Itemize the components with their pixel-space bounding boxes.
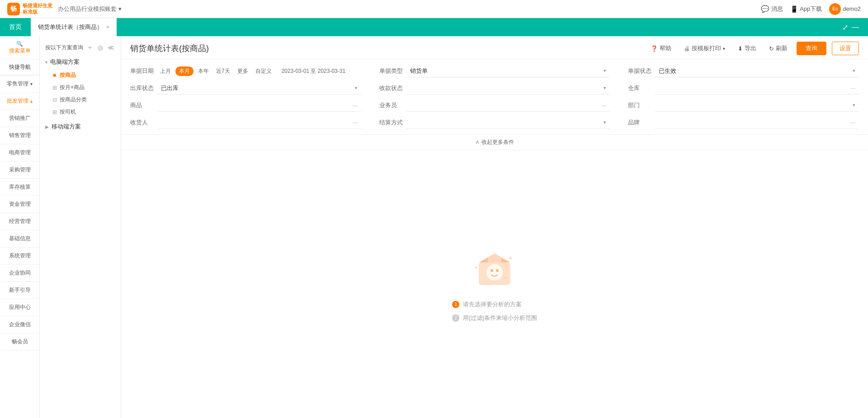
recipient-dots[interactable]: ··· (353, 119, 358, 126)
sidebar-item-appcenter[interactable]: 应用中心 (0, 299, 39, 316)
help-icon: ❓ (651, 45, 658, 52)
settings-button[interactable]: 设置 (832, 42, 859, 55)
tree-item-by-month-goods[interactable]: ⊞ 按月+商品 (40, 81, 121, 94)
user-menu[interactable]: Ea demo2 (829, 3, 861, 15)
sidebar-item-finance[interactable]: 资金管理 (0, 196, 39, 213)
refresh-button[interactable]: ↻ 刷新 (765, 43, 791, 54)
message-button[interactable]: 💬 消息 (761, 5, 783, 13)
salesman-dots[interactable]: ··· (602, 102, 607, 109)
goods-label: 商品 (130, 101, 157, 109)
doctype-label: 单据类型 (379, 67, 406, 75)
tree-item-by-goods[interactable]: ● 按商品 (40, 69, 121, 81)
filter-item-warehouse: 仓库 ··· (619, 82, 859, 95)
date-tab-lastmonth[interactable]: 上月 (157, 66, 174, 76)
sidebar-item-inventory[interactable]: 库存核算 (0, 179, 39, 196)
search-icon: 🔍 (16, 41, 23, 47)
left-panel-header: 按以下方案查询 ＋ ◎ ≪ (40, 40, 121, 55)
brand-control[interactable]: ··· (655, 116, 859, 129)
sidebar-search[interactable]: 🔍 搜索菜单 (0, 36, 39, 60)
query-button[interactable]: 查询 (797, 42, 826, 55)
date-tab-thisyear[interactable]: 本年 (195, 66, 212, 76)
collapse-panel-button[interactable]: ≪ (107, 43, 115, 52)
sidebar-item-ecommerce[interactable]: 电商管理 (0, 144, 39, 162)
filter-row-4: 收货人 ··· 结算方式 ▾ 品牌 (130, 116, 859, 129)
tab-home[interactable]: 首页 (0, 18, 31, 36)
chevron-down-icon: ▾ (45, 60, 47, 65)
help-button[interactable]: ❓ 帮助 (647, 43, 675, 54)
page-main: 销货单统计表(按商品) ❓ 帮助 🖨 按模板打印 ▾ ⬇ 导出 (121, 36, 868, 418)
paymentmethod-control[interactable]: ▾ (406, 116, 610, 129)
sidebar-item-sales[interactable]: 销售管理 (0, 127, 39, 144)
filter-row-3: 商品 ··· 业务员 ··· 部门 (130, 99, 859, 112)
goods-control[interactable]: ··· (157, 99, 361, 112)
collapse-bar[interactable]: ∧ 收起更多条件 (121, 135, 868, 150)
sidebar-item-member[interactable]: 畅会员 (0, 333, 39, 351)
empty-text: 1 请先选择要分析的方案 2 用[过滤]条件来缩小分析范围 (452, 299, 537, 324)
svg-marker-2 (479, 258, 488, 262)
tree-item-by-goods-category[interactable]: ⊟ 按商品分类 (40, 94, 121, 106)
tree-group-mobile[interactable]: ▶ 移动端方案 (40, 120, 121, 133)
sidebar-item-marketing[interactable]: 营销推广 (0, 110, 39, 127)
docstatus-arrow-icon: ▾ (853, 68, 855, 74)
recipient-control[interactable]: ··· (157, 116, 361, 129)
sidebar-quicknav[interactable]: 快捷导航 (0, 60, 39, 75)
date-tab-more[interactable]: 更多 (235, 66, 251, 76)
logo-area: 畅 畅捷通好生意 标准版 (7, 3, 52, 15)
filter-area: 单据日期 上月 本月 本年 近7天 更多 自定义 2023-03-01 至 20… (121, 59, 868, 135)
paymentstatus-control[interactable]: ▾ (406, 82, 610, 95)
date-tab-thismonth[interactable]: 本月 (175, 66, 193, 76)
topbar-left: 畅 畅捷通好生意 标准版 办公用品行业模拟账套 ▾ (7, 3, 122, 15)
step1-dot: 1 (452, 301, 459, 308)
industry-selector[interactable]: 办公用品行业模拟账套 ▾ (58, 5, 122, 13)
dept-arrow-icon: ▾ (853, 102, 855, 108)
message-icon: 💬 (761, 5, 769, 13)
sidebar-item-wechat[interactable]: 企业微信 (0, 316, 39, 333)
sidebar-item-enterprise[interactable]: 企业协同 (0, 265, 39, 282)
print-icon: 🖨 (684, 45, 690, 52)
brand-dots[interactable]: ··· (850, 119, 855, 126)
warehousestatus-control[interactable]: 已出库 ▾ (157, 82, 361, 95)
sidebar-item-system[interactable]: 系统管理 (0, 247, 39, 265)
page-actions: ❓ 帮助 🖨 按模板打印 ▾ ⬇ 导出 ↻ 刷新 (647, 42, 859, 55)
dept-control[interactable]: ▾ (655, 99, 859, 112)
sidebar-item-retail[interactable]: 零售管理 ▾ (0, 76, 39, 93)
sidebar-item-basic[interactable]: 基础信息 (0, 230, 39, 247)
salesman-label: 业务员 (379, 101, 406, 109)
salesman-control[interactable]: ··· (406, 99, 610, 112)
date-tab-custom[interactable]: 自定义 (253, 66, 274, 76)
export-icon: ⬇ (738, 45, 743, 52)
date-control: 上月 本月 本年 近7天 更多 自定义 2023-03-01 至 2023-03… (157, 66, 361, 76)
app-download-button[interactable]: 📱 App下载 (790, 5, 822, 13)
goods-dots[interactable]: ··· (353, 102, 358, 109)
export-button[interactable]: ⬇ 导出 (734, 43, 760, 54)
doctype-arrow-icon: ▾ (604, 68, 606, 74)
restore-icon[interactable]: ⤢ (842, 23, 848, 32)
tab-active[interactable]: 销货单统计表（按商品） × (31, 18, 117, 36)
sidebar-item-newuser[interactable]: 新手引导 (0, 282, 39, 299)
date-tabs: 上月 本月 本年 近7天 更多 自定义 (157, 66, 274, 76)
min-icon[interactable]: — (852, 23, 859, 32)
filter-item-doctype: 单据类型 销货单 ▾ (370, 65, 619, 77)
tree-group-desktop[interactable]: ▾ 电脑端方案 (40, 55, 121, 69)
date-range-display: 2023-03-01 至 2023-03-31 (282, 67, 345, 75)
filter-item-warehouse-status: 出库状态 已出库 ▾ (130, 82, 370, 95)
sidebar-item-operations[interactable]: 经营管理 (0, 213, 39, 230)
left-panel: 按以下方案查询 ＋ ◎ ≪ ▾ 电脑端方案 ● 按商品 ⊞ 按月+商品 ⊟ 按商… (40, 36, 121, 418)
date-tab-7days[interactable]: 近7天 (213, 66, 233, 76)
tree-item-by-driver[interactable]: ⊞ 按司机 (40, 106, 121, 118)
docstatus-control[interactable]: 已生效 ▾ (655, 65, 859, 77)
add-scheme-button[interactable]: ＋ (86, 43, 94, 52)
settings-scheme-button[interactable]: ◎ (97, 43, 104, 52)
recipient-label: 收货人 (130, 119, 157, 127)
avatar: Ea (829, 3, 841, 15)
doctype-control[interactable]: 销货单 ▾ (406, 65, 610, 77)
warehouse-control[interactable]: ··· (655, 82, 859, 95)
template-print-button[interactable]: 🖨 按模板打印 ▾ (680, 43, 729, 54)
tab-close-icon[interactable]: × (106, 24, 109, 30)
warehouse-dots[interactable]: ··· (850, 85, 855, 91)
brand-label: 品牌 (628, 119, 655, 127)
chevron-right-icon: ▶ (45, 124, 49, 129)
sidebar-item-procurement[interactable]: 采购管理 (0, 162, 39, 179)
paymentmethod-arrow-icon: ▾ (604, 119, 606, 125)
sidebar-item-wholesale[interactable]: 批发管理 ▴ (0, 93, 39, 110)
